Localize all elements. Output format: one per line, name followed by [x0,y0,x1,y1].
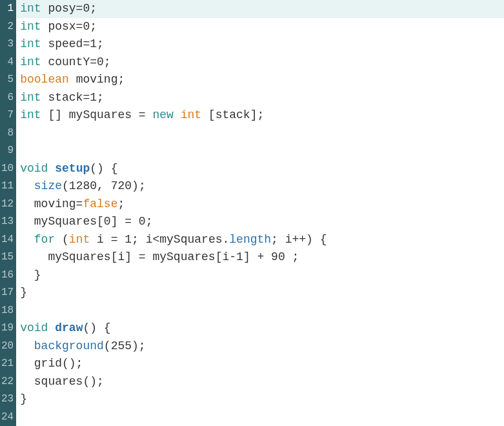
line-number: 9 [1,142,14,160]
line-number: 14 [1,231,14,249]
code-line[interactable]: mySquares[0] = 0; [16,213,504,231]
code-token: } [20,269,41,281]
code-line[interactable]: for (int i = 1; i<mySquares.length; i++)… [16,231,504,249]
code-token: ; [90,20,97,33]
code-token: length [229,233,271,246]
code-token: mySquares[i] = mySquares[i- [20,250,236,263]
code-token: ] = [111,215,139,228]
code-token: 720 [111,179,132,192]
line-number: 13 [1,213,14,231]
code-token [20,233,34,246]
code-line[interactable]: int posx=0; [16,18,504,36]
code-line[interactable]: int [] mySquares = new int [stack]; [16,107,504,125]
code-line[interactable]: } [16,284,504,302]
line-number: 23 [1,391,14,409]
code-line[interactable]: } [16,267,504,285]
code-token [20,179,34,192]
code-token: () { [83,321,110,334]
code-token: int [20,37,41,50]
code-token: int [20,2,41,15]
code-token: ; [104,56,111,68]
code-token: draw [55,321,83,334]
code-token: 0 [83,20,90,33]
line-number: 17 [1,284,14,302]
code-token: 0 [139,215,146,228]
line-number-gutter: 123456789101112131415161718192021222324 [0,0,16,426]
code-token: moving; [69,73,125,86]
code-token: ; [97,91,104,104]
code-token: 90 [271,250,285,263]
line-number: 12 [1,196,14,214]
line-number: 7 [1,107,14,125]
code-line[interactable] [16,302,504,320]
code-token: mySquares[ [20,215,104,228]
code-token [174,108,181,121]
code-token: 0 [97,56,104,68]
line-number: 22 [1,373,14,391]
code-line[interactable]: int posy=0; [16,0,504,18]
code-token: new [152,108,173,121]
code-token: grid(); [20,357,83,370]
code-token: ; i<mySquares. [132,233,229,246]
code-token: ); [132,340,146,352]
code-token: i = [90,233,125,246]
code-line[interactable]: grid(); [16,355,504,373]
line-number: 3 [1,36,14,54]
code-token: int [181,108,201,121]
code-token: 1 [90,37,97,50]
code-line[interactable]: size(1280, 720); [16,178,504,196]
code-token: 0 [104,215,111,228]
code-token: 1 [125,233,132,246]
code-token [20,340,34,352]
code-token: setup [55,162,90,175]
code-line[interactable]: background(255); [16,338,504,356]
line-number: 16 [1,267,14,285]
code-token: ] + [243,250,271,263]
code-token: [] mySquares = [41,108,153,121]
code-line[interactable]: void setup() { [16,160,504,178]
code-token: ; i++) { [271,233,327,246]
code-token: 1 [236,250,243,263]
code-token: posx= [41,20,83,33]
code-token: 1 [90,91,97,104]
code-line[interactable]: squares(); [16,373,504,391]
code-token: int [69,233,90,246]
code-line[interactable] [16,409,504,427]
code-editor-area[interactable]: int posy=0;int posx=0;int speed=1;int co… [16,0,504,426]
code-line[interactable]: void draw() { [16,320,504,338]
line-number: 11 [1,178,14,196]
line-number: 8 [1,125,14,143]
code-token: void [20,321,48,334]
code-token: 0 [83,2,90,15]
code-token: speed= [41,37,90,50]
code-token: false [83,198,117,210]
code-line[interactable]: int speed=1; [16,36,504,54]
code-line[interactable]: int stack=1; [16,89,504,107]
code-token: int [20,108,41,121]
code-token: ); [132,179,146,192]
code-line[interactable]: mySquares[i] = mySquares[i-1] + 90 ; [16,249,504,267]
line-number: 10 [1,160,14,178]
code-line[interactable] [16,125,504,143]
line-number: 18 [1,302,14,320]
code-token: } [20,286,27,299]
code-token: } [20,392,27,405]
code-token: size [34,179,62,192]
code-token [48,321,55,334]
code-token: int [20,91,41,104]
code-token: int [20,56,41,68]
code-token: int [20,20,41,33]
code-line[interactable]: moving=false; [16,196,504,214]
code-token [48,162,55,175]
line-number: 5 [1,71,14,89]
code-token: ; [146,215,153,228]
code-line[interactable]: int countY=0; [16,54,504,72]
line-number: 1 [1,0,14,18]
code-token: for [34,233,55,246]
code-token: () { [90,162,117,175]
code-token: posy= [41,2,83,15]
code-line[interactable]: boolean moving; [16,71,504,89]
code-token: squares(); [20,375,104,388]
code-line[interactable] [16,142,504,160]
code-line[interactable]: } [16,391,504,409]
